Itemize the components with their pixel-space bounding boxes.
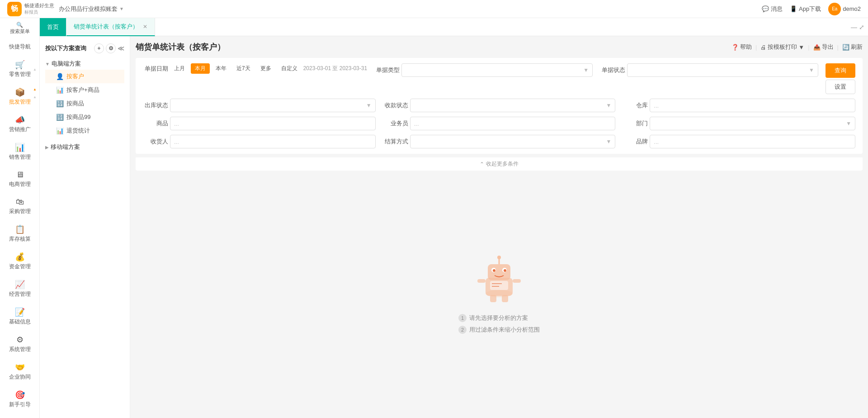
refresh-button[interactable]: 🔄 刷新 — [842, 43, 863, 51]
user-name: demo2 — [843, 5, 861, 12]
mobile-category-label: 移动端方案 — [51, 143, 80, 151]
scheme-category-desktop-header[interactable]: ▼ 电脑端方案 — [45, 58, 124, 70]
order-status-input[interactable]: ▼ — [627, 63, 818, 77]
operations-label: 经营管理 — [9, 291, 31, 297]
tab-home[interactable]: 首页 — [40, 18, 66, 36]
sidebar-item-wholesale[interactable]: 📦 批发管理 ▲ — [0, 83, 39, 110]
consignee-input[interactable]: ... — [170, 135, 376, 148]
tab-sales-stats-label: 销货单统计表（按客户） — [74, 23, 138, 31]
svg-point-5 — [493, 269, 495, 272]
filter-row-2: 出库状态 ▼ 收款状态 ▼ — [143, 99, 855, 112]
export-button[interactable]: 📤 导出 — [813, 43, 834, 51]
sidebar-item-sales[interactable]: 📊 销售管理 — [0, 138, 39, 166]
scheme-add-button[interactable]: + — [94, 43, 104, 53]
finance-label: 资金管理 — [9, 263, 31, 270]
receipt-status-input[interactable]: ▼ — [410, 99, 616, 112]
cooperation-icon: 🤝 — [2, 362, 38, 372]
wholesale-arrow-icon: ▲ — [33, 87, 37, 91]
sidebar-item-marketing[interactable]: 📣 营销推广 — [0, 110, 39, 138]
scheme-item-by-customer-product[interactable]: 📊 按客户+商品 — [45, 83, 124, 97]
tab-maximize-icon[interactable]: ⤢ — [859, 24, 864, 31]
sidebar-item-appcenter[interactable]: 🔲 应用中心 — [0, 413, 39, 418]
print-arrow-icon: ▼ — [798, 44, 804, 51]
refresh-label: 刷新 — [851, 43, 863, 51]
sidebar-item-retail[interactable]: 🛒 零售管理 — [0, 55, 39, 83]
scheme-item-return-stats[interactable]: 📊 退货统计 — [45, 124, 124, 138]
sidebar-item-cooperation[interactable]: 🤝 企业协同 — [0, 358, 39, 385]
sidebar-item-purchase[interactable]: 🛍 采购管理 — [0, 193, 39, 220]
sidebar-item-newbie[interactable]: 🎯 新手引导 — [0, 385, 39, 413]
receipt-status-arrow-icon: ▼ — [606, 102, 611, 109]
date-btn-this-year[interactable]: 本年 — [212, 63, 231, 74]
newbie-icon: 🎯 — [2, 390, 38, 400]
message-button[interactable]: 💬 消息 — [762, 5, 783, 13]
by-customer-label: 按客户 — [66, 72, 84, 81]
salesperson-input[interactable]: ... — [410, 117, 616, 130]
user-avatar-area[interactable]: Ea demo2 — [828, 3, 861, 15]
workspace-selector[interactable]: 办公用品行业模拟账套 ▼ — [59, 5, 124, 13]
message-icon: 💬 — [762, 5, 769, 12]
basic-label: 基础信息 — [9, 318, 31, 325]
dept-input[interactable]: ▼ — [650, 117, 855, 130]
sidebar-item-basic[interactable]: 📝 基础信息 — [0, 303, 39, 330]
date-btn-this-month[interactable]: 本月 — [191, 63, 210, 74]
sidebar-quick-nav[interactable]: 快捷导航 — [0, 38, 39, 55]
sidebar-item-finance[interactable]: 💰 资金管理 — [0, 247, 39, 275]
by-product-99-label: 按商品99 — [66, 113, 90, 121]
template-print-label: 按模板打印 — [768, 43, 797, 51]
consignee-placeholder: ... — [174, 138, 372, 145]
tab-sales-stats[interactable]: 销货单统计表（按客户） ✕ — [66, 18, 155, 36]
date-btn-last-month[interactable]: 上月 — [170, 63, 189, 74]
query-button[interactable]: 查询 — [826, 63, 855, 78]
payment-arrow-icon: ▼ — [606, 138, 611, 145]
inventory-icon: 📋 — [2, 224, 38, 234]
sidebar-search[interactable]: 🔍 搜索菜单 — [0, 18, 39, 38]
sidebar-item-system[interactable]: ⚙ 系统管理 — [0, 330, 39, 358]
print-icon: 🖨 — [760, 44, 766, 51]
brand-group: 品牌 ... — [623, 135, 855, 148]
scheme-item-by-product-99[interactable]: 🔢 按商品99 — [45, 110, 124, 124]
collapse-bar[interactable]: ⌃ 收起更多条件 — [136, 157, 863, 171]
sidebar-item-inventory[interactable]: 📋 库存核算 — [0, 220, 39, 247]
brand-label: 品牌 — [623, 138, 648, 146]
scheme-settings-button[interactable]: ⚙ — [106, 43, 116, 53]
scheme-category-mobile-header[interactable]: ▶ 移动端方案 — [45, 141, 124, 153]
help-button[interactable]: ❓ 帮助 — [731, 43, 752, 51]
scheme-item-by-customer[interactable]: 👤 按客户 — [45, 70, 124, 83]
out-status-group: 出库状态 ▼ — [143, 99, 376, 112]
tip-num-2: 2 — [458, 326, 467, 334]
tab-bar-right: — ⤢ — [155, 24, 868, 31]
filter-area: 单据日期 上月 本月 本年 近7天 更多 自定义 2023-03-01 至 20… — [136, 58, 863, 154]
product-input[interactable]: ... — [170, 117, 376, 130]
dept-group: 部门 ▼ — [623, 117, 855, 130]
tab-close-icon[interactable]: ✕ — [143, 24, 147, 30]
brand-input[interactable]: ... — [650, 135, 855, 148]
sidebar-item-operations[interactable]: 📈 经营管理 — [0, 275, 39, 303]
app-header: 畅 畅捷通好生意 标报员 办公用品行业模拟账套 ▼ 💬 消息 📱 App下载 — [0, 0, 868, 18]
inventory-label: 库存核算 — [9, 236, 31, 242]
scheme-category-mobile: ▶ 移动端方案 — [40, 139, 130, 155]
payment-input[interactable]: ▼ — [410, 135, 616, 148]
ecommerce-label: 电商管理 — [9, 181, 31, 187]
warehouse-input[interactable]: ... — [650, 99, 855, 112]
payment-group: 结算方式 ▼ — [383, 135, 616, 148]
collapse-label: 收起更多条件 — [486, 160, 519, 168]
template-print-button[interactable]: 🖨 按模板打印 ▼ — [760, 43, 804, 51]
empty-illustration — [472, 253, 526, 309]
order-type-input[interactable]: ▼ — [401, 63, 593, 77]
scheme-item-by-product[interactable]: 🔢 按商品 — [45, 97, 124, 110]
scheme-collapse-button[interactable]: ≪ — [118, 45, 124, 52]
settings-button[interactable]: 设置 — [826, 80, 855, 94]
scheme-panel-actions: + ⚙ ≪ — [94, 43, 124, 53]
out-status-input[interactable]: ▼ — [170, 99, 376, 112]
export-label: 导出 — [822, 43, 834, 51]
tab-minimize-icon[interactable]: — — [851, 24, 857, 31]
date-btn-more[interactable]: 更多 — [256, 63, 275, 74]
sidebar-item-ecommerce[interactable]: 🖥 电商管理 — [0, 166, 39, 193]
svg-rect-2 — [488, 264, 510, 280]
header-right: 💬 消息 📱 App下载 Ea demo2 — [762, 3, 861, 15]
divider3: | — [837, 44, 839, 51]
date-btn-custom[interactable]: 自定义 — [277, 63, 302, 74]
date-btn-7days[interactable]: 近7天 — [232, 63, 255, 74]
app-download-button[interactable]: 📱 App下载 — [790, 5, 821, 13]
